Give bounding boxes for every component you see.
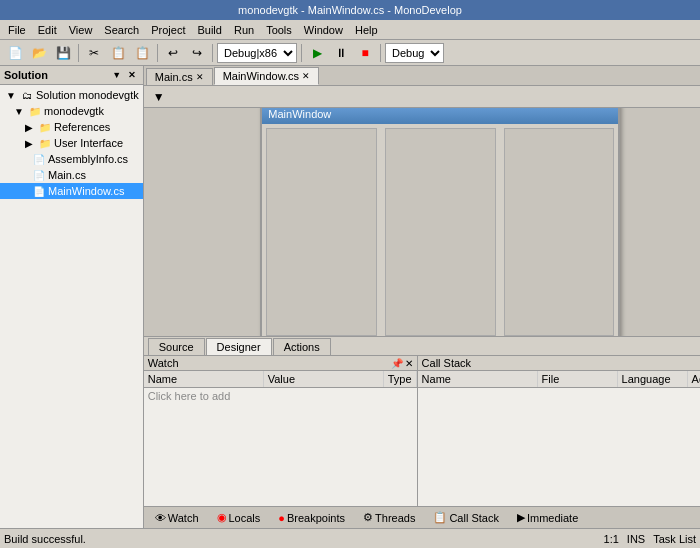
menu-item-file[interactable]: File xyxy=(2,22,32,38)
editor-toolbar: ▼ xyxy=(144,86,700,108)
status-mode: INS xyxy=(627,533,645,545)
callstack-icon: 📋 xyxy=(433,511,447,524)
tab-mainwindow-cs-label: MainWindow.cs xyxy=(223,70,299,82)
pause-btn[interactable]: ⏸ xyxy=(330,43,352,63)
tree-label-references: References xyxy=(54,121,110,133)
ui-folder-icon: 📁 xyxy=(38,136,52,150)
undo-btn[interactable]: ↩ xyxy=(162,43,184,63)
watch-header-btns: 📌 ✕ xyxy=(391,358,413,369)
watch-tab-label: Watch xyxy=(168,512,199,524)
menu-item-project[interactable]: Project xyxy=(145,22,191,38)
debug-tab-locals[interactable]: ◉ Locals xyxy=(210,508,268,527)
debug-combo[interactable]: Debug xyxy=(385,43,444,63)
watch-header: Watch 📌 ✕ xyxy=(144,356,417,371)
editor-tabs: Main.cs ✕ MainWindow.cs ✕ xyxy=(144,66,700,86)
designer-canvas[interactable]: MainWindow xyxy=(144,108,700,336)
ui-expand-icon: ▶ xyxy=(22,136,36,150)
menu-item-search[interactable]: Search xyxy=(98,22,145,38)
redo-btn[interactable]: ↪ xyxy=(186,43,208,63)
solution-tree: ▼ 🗂 Solution monodevgtk ▼ 📁 monodevgtk ▶… xyxy=(0,85,143,528)
tree-item-project[interactable]: ▼ 📁 monodevgtk xyxy=(0,103,143,119)
mainwindow-icon: 📄 xyxy=(32,184,46,198)
tab-designer[interactable]: Designer xyxy=(206,338,272,355)
open-btn[interactable]: 📂 xyxy=(28,43,50,63)
solution-folder-icon: 🗂 xyxy=(20,88,34,102)
callstack-body xyxy=(418,388,700,506)
sep1 xyxy=(78,44,79,62)
solution-title: Solution xyxy=(4,69,48,81)
references-expand-icon: ▶ xyxy=(22,120,36,134)
title-text: monodevgtk - MainWindow.cs - MonoDevelop xyxy=(6,4,694,16)
design-window-title-text: MainWindow xyxy=(268,108,331,120)
debug-tab-immediate[interactable]: ▶ Immediate xyxy=(510,508,585,527)
tree-label-solution: Solution monodevgtk xyxy=(36,89,139,101)
debug-panels: Watch 📌 ✕ Name Value Type Click here to … xyxy=(144,356,700,506)
tab-mainwindow-cs-close[interactable]: ✕ xyxy=(302,71,310,81)
status-bar: Build successful. 1:1 INS Task List xyxy=(0,528,700,548)
breakpoints-label: Breakpoints xyxy=(287,512,345,524)
tab-mainwindow-cs[interactable]: MainWindow.cs ✕ xyxy=(214,67,319,85)
sep2 xyxy=(157,44,158,62)
callstack-col-lang: Language xyxy=(618,371,688,387)
debug-tab-breakpoints[interactable]: ● Breakpoints xyxy=(271,509,352,527)
copy-btn[interactable]: 📋 xyxy=(107,43,129,63)
tree-item-main[interactable]: 📄 Main.cs xyxy=(0,167,143,183)
tree-label-assemblyinfo: AssemblyInfo.cs xyxy=(48,153,128,165)
menu-item-view[interactable]: View xyxy=(63,22,99,38)
menu-item-window[interactable]: Window xyxy=(298,22,349,38)
save-btn[interactable]: 💾 xyxy=(52,43,74,63)
design-window-body xyxy=(262,124,618,336)
status-position: 1:1 xyxy=(604,533,619,545)
tree-item-assemblyinfo[interactable]: 📄 AssemblyInfo.cs xyxy=(0,151,143,167)
paste-btn[interactable]: 📋 xyxy=(131,43,153,63)
tree-item-mainwindow[interactable]: 📄 MainWindow.cs xyxy=(0,183,143,199)
menu-item-help[interactable]: Help xyxy=(349,22,384,38)
new-btn[interactable]: 📄 xyxy=(4,43,26,63)
callstack-header: Call Stack 📌 ✕ xyxy=(418,356,700,371)
editor-canvas: MainWindow xyxy=(144,108,700,336)
design-window-title: MainWindow xyxy=(262,108,618,124)
task-list-tab[interactable]: Task List xyxy=(653,533,696,545)
solution-close-btn[interactable]: ✕ xyxy=(125,68,139,82)
debug-tab-callstack[interactable]: 📋 Call Stack xyxy=(426,508,506,527)
toolbar: 📄 📂 💾 ✂ 📋 📋 ↩ ↪ Debug|x86 ▶ ⏸ ■ Debug xyxy=(0,40,700,66)
tab-source[interactable]: Source xyxy=(148,338,205,355)
tree-item-solution[interactable]: ▼ 🗂 Solution monodevgtk xyxy=(0,87,143,103)
status-right: 1:1 INS Task List xyxy=(604,533,696,545)
immediate-icon: ▶ xyxy=(517,511,525,524)
run-btn[interactable]: ▶ xyxy=(306,43,328,63)
watch-pin-btn[interactable]: 📌 xyxy=(391,358,403,369)
stop-btn[interactable]: ■ xyxy=(354,43,376,63)
references-folder-icon: 📁 xyxy=(38,120,52,134)
callstack-title: Call Stack xyxy=(422,357,472,369)
callstack-panel: Call Stack 📌 ✕ Name File Language Addres… xyxy=(418,356,700,506)
watch-col-type: Type xyxy=(384,371,417,387)
watch-close-btn[interactable]: ✕ xyxy=(405,358,413,369)
debug-tab-watch[interactable]: 👁 Watch xyxy=(148,509,206,527)
watch-placeholder: Click here to add xyxy=(148,390,231,402)
locals-label: Locals xyxy=(229,512,261,524)
watch-title: Watch xyxy=(148,357,179,369)
tab-main-cs-close[interactable]: ✕ xyxy=(196,72,204,82)
sep5 xyxy=(380,44,381,62)
solution-collapse-btn[interactable]: ▼ xyxy=(110,68,124,82)
locals-icon: ◉ xyxy=(217,511,227,524)
tab-actions[interactable]: Actions xyxy=(273,338,331,355)
menu-item-build[interactable]: Build xyxy=(191,22,227,38)
title-bar: monodevgtk - MainWindow.cs - MonoDevelop xyxy=(0,0,700,20)
editor-dropdown-btn[interactable]: ▼ xyxy=(148,87,170,107)
callstack-table-header: Name File Language Address xyxy=(418,371,700,388)
config-combo[interactable]: Debug|x86 xyxy=(217,43,297,63)
tree-item-ui[interactable]: ▶ 📁 User Interface xyxy=(0,135,143,151)
project-icon: 📁 xyxy=(28,104,42,118)
menu-item-run[interactable]: Run xyxy=(228,22,260,38)
menu-item-edit[interactable]: Edit xyxy=(32,22,63,38)
solution-expand-icon: ▼ xyxy=(4,88,18,102)
watch-table-header: Name Value Type xyxy=(144,371,417,388)
tab-main-cs[interactable]: Main.cs ✕ xyxy=(146,68,213,85)
tree-item-references[interactable]: ▶ 📁 References xyxy=(0,119,143,135)
cut-btn[interactable]: ✂ xyxy=(83,43,105,63)
solution-header-btns: ▼ ✕ xyxy=(110,68,139,82)
menu-item-tools[interactable]: Tools xyxy=(260,22,298,38)
debug-tab-threads[interactable]: ⚙ Threads xyxy=(356,508,422,527)
